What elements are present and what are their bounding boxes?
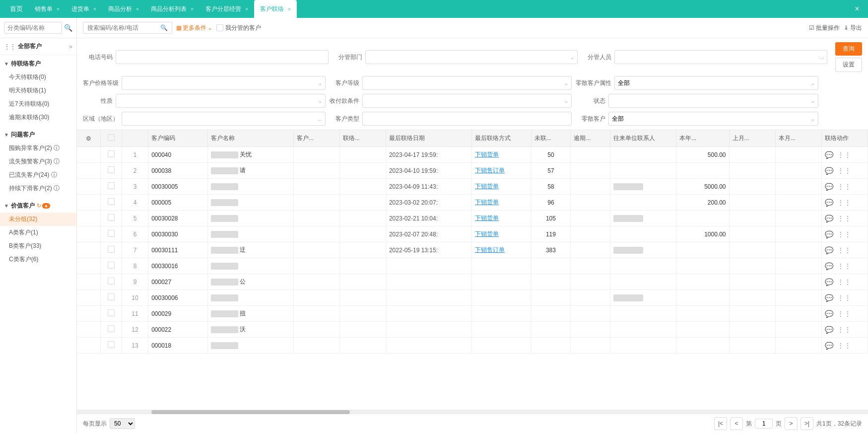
- chat-icon[interactable]: 💬: [825, 278, 833, 286]
- row-lastway[interactable]: [471, 274, 531, 290]
- search-input[interactable]: [87, 24, 158, 31]
- row-lastway[interactable]: 下销货单: [471, 211, 531, 226]
- per-page-select[interactable]: 50 20 100: [110, 418, 135, 429]
- filter-type-select[interactable]: [362, 112, 572, 126]
- row-check[interactable]: [101, 322, 122, 338]
- sidebar-item-abnormal[interactable]: 囤购异常客户(2) ⓘ: [0, 142, 76, 155]
- all-customers-item[interactable]: ⋮⋮ 全部客户 »: [0, 38, 76, 55]
- prev-page-btn[interactable]: <: [730, 417, 743, 430]
- row-lastway[interactable]: 下销货单: [471, 195, 531, 211]
- grid-action-icon[interactable]: ⋮⋮: [837, 262, 851, 270]
- collapse-icon[interactable]: »: [69, 43, 72, 50]
- last-page-btn[interactable]: >|: [801, 417, 813, 430]
- nav-tab-product-analysis[interactable]: 商品分析 ×: [102, 0, 145, 18]
- filter-dept-select[interactable]: ⌄: [365, 50, 578, 64]
- row-check[interactable]: [101, 290, 122, 306]
- nav-tab-purchase[interactable]: 进货单 ×: [66, 0, 102, 18]
- th-thisyear[interactable]: 本年...: [676, 130, 729, 147]
- filter-retail-attr-select[interactable]: 全部 ⌄: [614, 76, 818, 90]
- chat-icon[interactable]: 💬: [825, 294, 833, 302]
- page-number-input[interactable]: [755, 419, 773, 429]
- nav-tab-customer-tier[interactable]: 客户分层经营 ×: [200, 0, 254, 18]
- grid-action-icon[interactable]: ⋮⋮: [837, 310, 851, 318]
- row-lastway[interactable]: [471, 306, 531, 322]
- horizontal-scrollbar[interactable]: [77, 410, 868, 414]
- row-lastway[interactable]: 下销货单: [471, 179, 531, 195]
- filter-price-grade-select[interactable]: ⌄: [122, 76, 326, 90]
- sidebar-item-class-c[interactable]: C类客户(6): [0, 253, 76, 266]
- refresh-icon[interactable]: ↻: [37, 203, 41, 209]
- row-lastway[interactable]: 下销货单: [471, 147, 531, 163]
- grid-action-icon[interactable]: ⋮⋮: [837, 230, 851, 238]
- grid-action-icon[interactable]: ⋮⋮: [837, 215, 851, 222]
- chat-icon[interactable]: 💬: [825, 262, 833, 270]
- grid-action-icon[interactable]: ⋮⋮: [837, 294, 851, 302]
- sidebar-section-pending-title[interactable]: ▼ 待联络客户: [0, 57, 76, 71]
- filter-phone-input[interactable]: [116, 50, 329, 64]
- row-lastway[interactable]: 下销售订单: [471, 163, 531, 179]
- row-lastway[interactable]: [471, 258, 531, 274]
- first-page-btn[interactable]: |<: [714, 417, 727, 430]
- sidebar-item-churn-warning[interactable]: 流失预警客户(3) ⓘ: [0, 155, 76, 168]
- chat-icon[interactable]: 💬: [825, 199, 833, 207]
- row-lastway[interactable]: 下销售订单: [471, 242, 531, 258]
- th-contacts[interactable]: 往来单位联系人: [610, 130, 676, 147]
- th-name[interactable]: 客户名称: [207, 130, 293, 147]
- filter-nature-select[interactable]: ⌄: [116, 94, 326, 108]
- th-contact[interactable]: 联络...: [339, 130, 386, 147]
- chat-icon[interactable]: 💬: [825, 310, 833, 318]
- chat-icon[interactable]: 💬: [825, 326, 833, 334]
- export-btn[interactable]: ⇓ 导出: [844, 24, 862, 32]
- nav-tab-sales[interactable]: 销售单 ×: [29, 0, 66, 18]
- sidebar-item-7days[interactable]: 近7天待联络(0): [0, 97, 76, 111]
- grid-action-icon[interactable]: ⋮⋮: [837, 199, 851, 207]
- sidebar-item-class-a[interactable]: A类客户(1): [0, 226, 76, 239]
- settings-button[interactable]: 设置: [835, 58, 862, 72]
- row-lastway[interactable]: [471, 322, 531, 338]
- row-check[interactable]: [101, 258, 122, 274]
- close-icon[interactable]: ×: [93, 6, 96, 12]
- row-check[interactable]: [101, 306, 122, 322]
- grid-action-icon[interactable]: ⋮⋮: [837, 183, 851, 191]
- close-icon[interactable]: ×: [288, 6, 291, 12]
- th-code[interactable]: 客户编码: [148, 130, 208, 147]
- close-icon[interactable]: ×: [136, 6, 139, 12]
- th-lastdate[interactable]: 最后联络日期: [386, 130, 471, 147]
- more-conditions-btn[interactable]: ▦ 更多条件 ⌄: [176, 24, 212, 32]
- sidebar-item-unclassified[interactable]: 未分组(32): [0, 213, 76, 226]
- filter-retail-select[interactable]: 全部 ⌄: [608, 112, 818, 126]
- sidebar-item-class-b[interactable]: B类客户(33): [0, 239, 76, 253]
- sidebar-item-tomorrow[interactable]: 明天待联络(1): [0, 84, 76, 97]
- my-customers-checkbox-area[interactable]: 我分管的客户: [216, 24, 261, 32]
- th-check[interactable]: [101, 130, 122, 147]
- row-lastway[interactable]: [471, 290, 531, 306]
- filter-status-select[interactable]: ⌄: [608, 94, 818, 108]
- row-check[interactable]: [101, 195, 122, 211]
- filter-payment-select[interactable]: ⌄: [362, 94, 572, 108]
- row-check[interactable]: [101, 179, 122, 195]
- close-icon[interactable]: ×: [191, 6, 194, 12]
- th-thismonth[interactable]: 本月...: [775, 130, 821, 147]
- nav-tab-product-list[interactable]: 商品分析列表 ×: [145, 0, 200, 18]
- sidebar-item-declining[interactable]: 持续下滑客户(2) ⓘ: [0, 182, 76, 195]
- grid-action-icon[interactable]: ⋮⋮: [837, 326, 851, 334]
- chat-icon[interactable]: 💬: [825, 183, 833, 191]
- chat-icon[interactable]: 💬: [825, 215, 833, 222]
- grid-action-icon[interactable]: ⋮⋮: [837, 151, 851, 159]
- th-overdue[interactable]: 逾期...: [571, 130, 610, 147]
- batch-operation-btn[interactable]: ☑ 批量操作: [809, 24, 840, 32]
- row-lastway[interactable]: [471, 338, 531, 354]
- chat-icon[interactable]: 💬: [825, 230, 833, 238]
- sidebar-section-problem-title[interactable]: ▼ 问题客户: [0, 128, 76, 142]
- th-settings[interactable]: ⚙: [77, 130, 101, 147]
- grid-action-icon[interactable]: ⋮⋮: [837, 278, 851, 286]
- sidebar-item-overdue[interactable]: 逾期未联络(30): [0, 111, 76, 124]
- th-type[interactable]: 客户...: [293, 130, 339, 147]
- grid-action-icon[interactable]: ⋮⋮: [837, 342, 851, 350]
- row-check[interactable]: [101, 242, 122, 258]
- row-check[interactable]: [101, 211, 122, 226]
- category-search-input[interactable]: [4, 22, 62, 34]
- filter-customer-grade-select[interactable]: ⌄: [362, 76, 572, 90]
- chat-icon[interactable]: 💬: [825, 167, 833, 175]
- th-lastmonth[interactable]: 上月...: [729, 130, 775, 147]
